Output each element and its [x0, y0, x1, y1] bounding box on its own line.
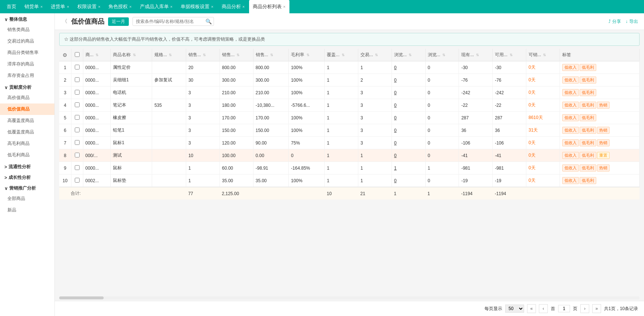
sidebar-collapse-icon[interactable]: 《 [62, 18, 67, 25]
sidebar-item-category-sales-rate[interactable]: 商品分类销售率 [0, 47, 54, 58]
sidebar-group-growth[interactable]: > 成长性分析 [0, 171, 54, 182]
th-view1[interactable]: 浏览... ⇅ [392, 49, 425, 61]
th-sale-qty[interactable]: 销售... ⇅ [186, 49, 219, 61]
th-saleable[interactable]: 可销... ⇅ [526, 49, 560, 61]
sidebar-item-high-margin[interactable]: 高毛利商品 [0, 138, 54, 149]
sidebar-item-traded-goods[interactable]: 交易过的商品 [0, 35, 54, 47]
row-checkbox[interactable] [75, 178, 80, 183]
close-icon[interactable]: × [129, 4, 131, 9]
nav-purchase-order[interactable]: 进货单 × [47, 0, 73, 13]
sidebar-group-overview[interactable]: ∨ 整体信息 [0, 13, 54, 24]
th-available[interactable]: 可用... ⇅ [493, 49, 526, 61]
row-checkbox[interactable] [75, 140, 80, 145]
row-checkbox[interactable] [75, 153, 80, 157]
view1-link[interactable]: 0 [394, 128, 397, 133]
row-view1[interactable]: 0 [392, 112, 425, 124]
nav-sales-order[interactable]: 销货单 × [21, 0, 46, 13]
view1-link[interactable]: 0 [394, 78, 397, 83]
view1-link[interactable]: 0 [394, 140, 397, 146]
sidebar-item-low-coverage[interactable]: 低覆盖度商品 [0, 126, 54, 138]
row-name[interactable]: 铅笔1 [111, 124, 152, 137]
close-icon[interactable]: × [40, 4, 43, 9]
row-checkbox[interactable] [75, 90, 80, 95]
row-name[interactable]: 电话机 [111, 86, 152, 99]
select-all-checkbox[interactable] [75, 52, 80, 57]
next-page-button[interactable]: › [580, 304, 589, 313]
th-view2[interactable]: 浏览... ⇅ [425, 49, 459, 61]
per-page-select[interactable]: 50 100 200 [505, 305, 524, 313]
sidebar-item-high-coverage[interactable]: 高覆盖度商品 [0, 115, 54, 126]
row-checkbox[interactable] [75, 65, 80, 69]
row-name[interactable]: 鼠标1 [111, 137, 152, 149]
view1-link[interactable]: 0 [394, 90, 397, 95]
row-checkbox[interactable] [75, 77, 80, 82]
share-button[interactable]: ⤴ 分享 [608, 18, 621, 25]
sidebar-item-new-goods[interactable]: 新品 [0, 204, 54, 216]
row-view1[interactable]: 0 [392, 124, 425, 137]
row-name[interactable]: 属性定价 [111, 61, 152, 74]
sidebar-item-high-value[interactable]: 高价值商品 [0, 92, 54, 103]
close-icon[interactable]: × [211, 4, 213, 9]
th-coverage[interactable]: 覆盖... ⇅ [325, 49, 358, 61]
close-icon[interactable]: × [67, 4, 69, 9]
row-name[interactable]: 吴细细1 [111, 74, 152, 86]
sidebar-group-liquidity[interactable]: > 流通性分析 [0, 161, 54, 171]
row-view1[interactable]: 0 [392, 86, 425, 99]
view1-link[interactable]: 1 [394, 166, 397, 171]
nav-role-auth[interactable]: 角色授权 × [105, 0, 135, 13]
th-current-stock[interactable]: 现有... ⇅ [459, 49, 493, 61]
th-margin[interactable]: 毛利率 ⇅ [289, 49, 325, 61]
row-checkbox[interactable] [75, 165, 80, 170]
sidebar-item-sales-goods[interactable]: 销售类商品 [0, 24, 54, 35]
row-name[interactable]: 鼠标 [111, 162, 152, 174]
first-page-button[interactable]: « [527, 304, 536, 313]
period-button[interactable]: 近一月 [108, 17, 129, 26]
th-sale-amount[interactable]: 销售... ⇅ [253, 49, 289, 61]
row-name[interactable]: 鼠标垫 [111, 174, 152, 187]
row-name[interactable]: 测试 [111, 149, 152, 162]
row-view1[interactable]: 1 [392, 162, 425, 174]
sidebar-group-contribution[interactable]: ∨ 贡献度分析 [0, 81, 54, 92]
row-view1[interactable]: 0 [392, 99, 425, 112]
row-name[interactable]: 橡皮擦 [111, 112, 152, 124]
search-input[interactable] [133, 17, 214, 26]
row-name[interactable]: 笔记本 [111, 99, 152, 112]
nav-product-in[interactable]: 产成品入库单 × [136, 0, 176, 13]
sidebar-group-marketing[interactable]: ∨ 营销推广分析 [0, 182, 54, 193]
sidebar-item-low-value[interactable]: 低价值商品 [0, 103, 54, 115]
nav-goods-analysis-list[interactable]: 商品分析列表 × [249, 0, 289, 13]
nav-template-settings[interactable]: 单据模板设置 × [177, 0, 217, 13]
view1-link[interactable]: 0 [394, 153, 397, 158]
row-checkbox[interactable] [75, 102, 80, 107]
view1-link[interactable]: 0 [394, 103, 397, 108]
view1-link[interactable]: 0 [394, 178, 397, 183]
row-checkbox[interactable] [75, 128, 80, 132]
view1-link[interactable]: 0 [394, 115, 397, 120]
view1-link[interactable]: 0 [394, 65, 397, 70]
last-page-button[interactable]: » [592, 304, 601, 313]
row-view1[interactable]: 0 [392, 137, 425, 149]
nav-goods-analysis[interactable]: 商品分析 × [218, 0, 248, 13]
th-spec[interactable]: 规格... ⇅ [152, 49, 186, 61]
sidebar-item-slow-goods[interactable]: 滞库存的商品 [0, 58, 54, 70]
nav-permissions[interactable]: 权限设置 × [74, 0, 104, 13]
sidebar-item-all-goods[interactable]: 全部商品 [0, 193, 54, 204]
row-view1[interactable]: 0 [392, 61, 425, 74]
th-trade[interactable]: 交易... ⇅ [358, 49, 392, 61]
page-number-input[interactable] [558, 305, 570, 312]
prev-page-button[interactable]: ‹ [539, 304, 548, 313]
horizontal-scrollbar[interactable] [59, 296, 640, 299]
th-name[interactable]: 商品名称 ⇅ [111, 49, 152, 61]
export-button[interactable]: ↓ 导出 [625, 18, 638, 25]
sidebar-item-stock-funds[interactable]: 库存资金占用 [0, 70, 54, 81]
scrollbar-thumb[interactable] [59, 296, 104, 299]
nav-home[interactable]: 首页 [3, 0, 20, 13]
close-icon[interactable]: × [98, 4, 100, 9]
row-view1[interactable]: 0 [392, 174, 425, 187]
th-code[interactable]: 商... ⇅ [83, 49, 111, 61]
gear-icon[interactable]: ⚙ [63, 52, 67, 58]
close-icon[interactable]: × [283, 4, 285, 9]
search-button[interactable]: 🔍 [205, 18, 212, 24]
close-icon[interactable]: × [242, 4, 245, 9]
row-checkbox[interactable] [75, 115, 80, 120]
